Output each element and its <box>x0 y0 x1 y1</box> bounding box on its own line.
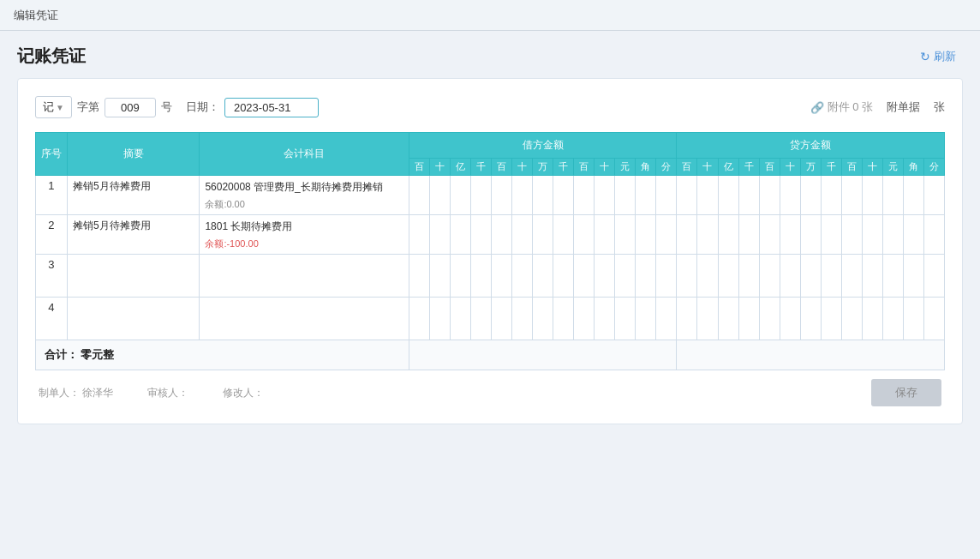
row-1-account[interactable]: 56020008 管理费用_长期待摊费用摊销 余额:0.00 <box>200 176 409 215</box>
row-1-c11[interactable] <box>903 176 923 215</box>
row-4-d8[interactable] <box>574 298 595 340</box>
row-4-c5[interactable] <box>780 298 800 340</box>
row-3-d4[interactable] <box>492 255 512 298</box>
row-4-d12[interactable] <box>656 298 677 340</box>
row-3-c2[interactable] <box>718 255 738 298</box>
row-1-d2[interactable] <box>451 176 471 215</box>
row-2-c10[interactable] <box>882 215 903 255</box>
row-2-c8[interactable] <box>841 215 862 255</box>
row-2-d5[interactable] <box>512 215 533 255</box>
row-1-c9[interactable] <box>862 176 882 215</box>
row-4-d9[interactable] <box>595 298 615 340</box>
row-3-c6[interactable] <box>800 255 821 298</box>
attachment-link[interactable]: 🔗 附件 0 张 <box>810 99 873 115</box>
save-button[interactable]: 保存 <box>871 379 941 406</box>
row-4-d7[interactable] <box>553 298 574 340</box>
row-2-d12[interactable] <box>656 215 677 255</box>
row-4-d2[interactable] <box>451 298 471 340</box>
fudan-button[interactable]: 附单据 <box>887 99 920 115</box>
row-2-d1[interactable] <box>430 215 451 255</box>
row-2-c7[interactable] <box>821 215 841 255</box>
voucher-number-input[interactable] <box>105 98 156 117</box>
row-1-d3[interactable] <box>471 176 492 215</box>
row-1-c7[interactable] <box>821 176 841 215</box>
row-2-c3[interactable] <box>738 215 759 255</box>
row-4-c1[interactable] <box>697 298 718 340</box>
row-4-c6[interactable] <box>800 298 821 340</box>
row-2-d9[interactable] <box>595 215 615 255</box>
row-1-d7[interactable] <box>553 176 574 215</box>
row-4-account[interactable] <box>200 298 409 340</box>
row-1-d1[interactable] <box>430 176 451 215</box>
row-1-c10[interactable] <box>882 176 903 215</box>
row-4-c3[interactable] <box>738 298 759 340</box>
row-2-summary[interactable]: 摊销5月待摊费用 <box>67 215 200 255</box>
row-3-c5[interactable] <box>780 255 800 298</box>
row-1-summary[interactable]: 摊销5月待摊费用 <box>67 176 200 215</box>
row-3-d11[interactable] <box>636 255 656 298</box>
row-1-c12[interactable] <box>923 176 944 215</box>
row-2-c2[interactable] <box>718 215 738 255</box>
row-2-d4[interactable] <box>492 215 512 255</box>
row-1-c4[interactable] <box>759 176 780 215</box>
row-4-d5[interactable] <box>512 298 533 340</box>
row-3-d0[interactable] <box>409 255 430 298</box>
row-1-c0[interactable] <box>677 176 697 215</box>
row-2-d3[interactable] <box>471 215 492 255</box>
row-2-c12[interactable] <box>923 215 944 255</box>
row-3-d1[interactable] <box>430 255 451 298</box>
row-3-d5[interactable] <box>512 255 533 298</box>
row-1-d11[interactable] <box>636 176 656 215</box>
row-3-c0[interactable] <box>677 255 697 298</box>
row-4-d1[interactable] <box>430 298 451 340</box>
row-3-summary[interactable] <box>67 255 200 298</box>
row-4-c7[interactable] <box>821 298 841 340</box>
row-3-d9[interactable] <box>595 255 615 298</box>
date-input[interactable] <box>224 98 319 117</box>
row-4-d6[interactable] <box>533 298 553 340</box>
row-1-c6[interactable] <box>800 176 821 215</box>
row-1-c1[interactable] <box>697 176 718 215</box>
row-1-c8[interactable] <box>841 176 862 215</box>
row-3-d10[interactable] <box>615 255 636 298</box>
row-4-d0[interactable] <box>409 298 430 340</box>
row-1-c3[interactable] <box>738 176 759 215</box>
row-2-d6[interactable] <box>533 215 553 255</box>
row-3-d2[interactable] <box>451 255 471 298</box>
row-4-c11[interactable] <box>903 298 923 340</box>
row-2-c4[interactable] <box>759 215 780 255</box>
row-1-d4[interactable] <box>492 176 512 215</box>
row-3-c10[interactable] <box>882 255 903 298</box>
row-2-d11[interactable] <box>636 215 656 255</box>
row-4-c12[interactable] <box>923 298 944 340</box>
row-2-d7[interactable] <box>553 215 574 255</box>
row-4-c8[interactable] <box>841 298 862 340</box>
row-2-d2[interactable] <box>451 215 471 255</box>
row-1-d0[interactable] <box>409 176 430 215</box>
row-1-d9[interactable] <box>595 176 615 215</box>
row-2-c11[interactable] <box>903 215 923 255</box>
row-1-c5[interactable] <box>780 176 800 215</box>
row-1-d10[interactable] <box>615 176 636 215</box>
row-2-c9[interactable] <box>862 215 882 255</box>
row-1-d8[interactable] <box>574 176 595 215</box>
row-2-d8[interactable] <box>574 215 595 255</box>
refresh-button[interactable]: ↻ 刷新 <box>913 45 963 68</box>
row-4-c9[interactable] <box>862 298 882 340</box>
row-4-c2[interactable] <box>718 298 738 340</box>
row-1-d12[interactable] <box>656 176 677 215</box>
row-4-d10[interactable] <box>615 298 636 340</box>
row-3-d7[interactable] <box>553 255 574 298</box>
row-4-c4[interactable] <box>759 298 780 340</box>
row-3-c4[interactable] <box>759 255 780 298</box>
row-3-c11[interactable] <box>903 255 923 298</box>
row-4-d11[interactable] <box>636 298 656 340</box>
row-3-account[interactable] <box>200 255 409 298</box>
row-4-summary[interactable] <box>67 298 200 340</box>
row-3-c1[interactable] <box>697 255 718 298</box>
row-4-c10[interactable] <box>882 298 903 340</box>
row-3-c3[interactable] <box>738 255 759 298</box>
row-2-d0[interactable] <box>409 215 430 255</box>
row-1-d6[interactable] <box>533 176 553 215</box>
row-2-d10[interactable] <box>615 215 636 255</box>
